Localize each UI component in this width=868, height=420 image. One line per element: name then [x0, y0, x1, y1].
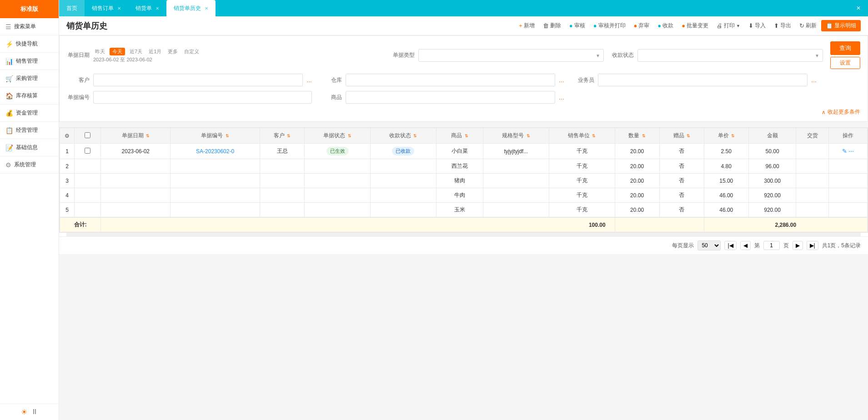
- sidebar-item-sys-mgmt[interactable]: ⚙ 系统管理: [0, 156, 59, 174]
- row-gift-cell: 否: [659, 174, 704, 188]
- print-button[interactable]: 🖨 打印 ▼: [713, 20, 744, 31]
- date-shortcuts: 昨天 今天 近7天 近1月 更多 自定义: [93, 48, 201, 55]
- ops-icon: 📋: [5, 127, 13, 134]
- sidebar-item-quick-nav[interactable]: ⚡ 快捷导航: [0, 35, 59, 53]
- gear-column-header[interactable]: ⚙: [60, 128, 75, 144]
- receipt-status-col-label: 收款状态: [389, 132, 411, 139]
- row-amount-cell: 300.00: [748, 174, 796, 188]
- doc-no-column-header[interactable]: 单据编号 ⇅: [171, 128, 260, 144]
- salesperson-ellipsis-icon[interactable]: ...: [811, 76, 817, 84]
- sidebar-item-sales-mgmt[interactable]: 📊 销售管理: [0, 53, 59, 70]
- doc-type-select[interactable]: [418, 49, 604, 62]
- qty-column-header[interactable]: 数量 ⇅: [615, 128, 659, 144]
- shortcut-custom[interactable]: 自定义: [182, 48, 201, 55]
- goods-input[interactable]: [346, 91, 555, 104]
- warehouse-ellipsis-icon[interactable]: ...: [559, 76, 564, 84]
- batch-change-icon: ●: [682, 22, 685, 29]
- warehouse-input[interactable]: [346, 74, 555, 86]
- salesperson-input[interactable]: [598, 74, 808, 86]
- amount-column-header[interactable]: 金额: [748, 128, 796, 144]
- tab-sales-order-close[interactable]: ✕: [117, 6, 121, 11]
- select-all-checkbox[interactable]: [85, 132, 90, 138]
- next-page-button[interactable]: ▶: [793, 241, 803, 250]
- row-doc-date-cell: 2023-06-02: [101, 144, 171, 159]
- page-input[interactable]: 1: [763, 241, 780, 250]
- delete-icon: 🗑: [543, 22, 549, 29]
- sidebar-item-ops[interactable]: 📋 经营管理: [0, 122, 59, 139]
- first-page-button[interactable]: |◀: [724, 241, 736, 250]
- audit-button[interactable]: ● 审核: [566, 20, 589, 31]
- sidebar-item-search-menu[interactable]: ☰ 搜索菜单: [0, 18, 59, 35]
- per-page-select[interactable]: 50 10 20 100: [697, 240, 721, 250]
- tab-bar-close-all[interactable]: ✕: [856, 5, 861, 11]
- receipt-status-column-header[interactable]: 收款状态 ⇅: [370, 128, 436, 144]
- new-button[interactable]: + 新增: [515, 20, 538, 31]
- goods-column-header[interactable]: 商品 ⇅: [436, 128, 483, 144]
- goods-ellipsis-icon[interactable]: ...: [559, 94, 564, 101]
- row-edit-icon[interactable]: ✎: [842, 148, 847, 155]
- collect-button[interactable]: ● 收款: [654, 20, 677, 31]
- sidebar-item-basic-info[interactable]: 📝 基础信息: [0, 139, 59, 156]
- shortcut-1month[interactable]: 近1月: [147, 48, 163, 55]
- pagination: 每页显示 50 10 20 100 |◀ ◀ 第 1 页 ▶ ▶| 共1页，5条…: [59, 236, 868, 254]
- audit-print-button[interactable]: ● 审核并打印: [590, 20, 629, 31]
- sidebar-bottom-icon1[interactable]: ☀: [21, 408, 27, 416]
- sidebar-item-label: 资金管理: [16, 109, 38, 117]
- customer-ellipsis-icon[interactable]: ...: [306, 76, 312, 84]
- delete-button[interactable]: 🗑 删除: [539, 20, 565, 31]
- sidebar-bottom-icon2[interactable]: ⏸: [31, 408, 38, 416]
- sidebar-item-finance[interactable]: 💰 资金管理: [0, 105, 59, 122]
- unit-price-column-header[interactable]: 单价 ⇅: [704, 128, 748, 144]
- row-goods-cell: 西兰花: [436, 159, 483, 174]
- gift-column-header[interactable]: 赠品 ⇅: [659, 128, 704, 144]
- tab-sales-order-label: 销售订单: [92, 5, 114, 12]
- row-more-icon[interactable]: ⋯: [848, 148, 854, 155]
- doc-date-label: 单据日期: [122, 132, 144, 139]
- customer-input[interactable]: [93, 74, 303, 86]
- row-goods-cell: 小白菜: [436, 144, 483, 159]
- tab-sales-goods-close[interactable]: ✕: [156, 6, 159, 11]
- table-row: 4 牛肉 千克 20.00 否 46.00 920.00: [60, 188, 868, 203]
- doc-date-column-header[interactable]: 单据日期 ⇅: [101, 128, 171, 144]
- prev-page-button[interactable]: ◀: [740, 241, 751, 250]
- row-amount-cell: 920.00: [748, 188, 796, 203]
- shortcut-7days[interactable]: 近7天: [128, 48, 144, 55]
- row-doc-date-cell: [101, 188, 171, 203]
- doc-status-column-header[interactable]: 单据状态 ⇅: [305, 128, 371, 144]
- shortcut-more[interactable]: 更多: [166, 48, 180, 55]
- collapse-button[interactable]: ∧ 收起更多条件: [822, 108, 860, 116]
- batch-change-button[interactable]: ● 批量变更: [678, 20, 712, 31]
- row-checkbox[interactable]: [85, 148, 90, 154]
- setting-button[interactable]: 设置: [830, 57, 860, 69]
- tab-bar: 首页 销售订单 ✕ 销货单 ✕ 销货单历史 ✕ ✕: [59, 0, 868, 16]
- show-detail-button[interactable]: 📋 显示明细: [821, 20, 861, 31]
- tab-sales-order[interactable]: 销售订单 ✕: [85, 0, 128, 16]
- query-button[interactable]: 查询: [830, 41, 860, 55]
- sidebar-item-purchase-mgmt[interactable]: 🛒 采购管理: [0, 70, 59, 87]
- tab-home[interactable]: 首页: [59, 0, 85, 16]
- goods-sort-icon: ⇅: [465, 134, 468, 138]
- last-page-button[interactable]: ▶|: [807, 241, 818, 250]
- doc-no-input[interactable]: [93, 91, 312, 104]
- shortcut-yesterday[interactable]: 昨天: [93, 48, 107, 55]
- import-button[interactable]: ⬇ 导入: [745, 20, 769, 31]
- doc-no-link[interactable]: SA-20230602-0: [196, 148, 234, 155]
- basic-info-icon: 📝: [5, 144, 13, 151]
- shortcut-today[interactable]: 今天: [110, 48, 125, 55]
- customer-column-header[interactable]: 客户 ⇅: [260, 128, 305, 144]
- sales-unit-column-header[interactable]: 销售单位 ⇅: [549, 128, 615, 144]
- export-button[interactable]: ⬆ 导出: [770, 20, 795, 31]
- abandon-button[interactable]: ● 弃审: [630, 20, 653, 31]
- tab-history-close[interactable]: ✕: [205, 6, 208, 11]
- row-qty-cell: 20.00: [615, 188, 659, 203]
- spec-column-header[interactable]: 规格型号 ⇅: [483, 128, 549, 144]
- unit-price-sort-icon: ⇅: [731, 134, 735, 138]
- sidebar-item-inventory[interactable]: 🏠 库存核算: [0, 87, 59, 105]
- receipt-status-select[interactable]: [637, 49, 823, 62]
- doc-date-sort-icon: ⇅: [146, 134, 150, 138]
- horizontal-scrollbar[interactable]: [66, 233, 861, 236]
- row-transaction-cell: [796, 159, 829, 174]
- tab-sales-goods-history[interactable]: 销货单历史 ✕: [166, 0, 216, 16]
- refresh-button[interactable]: ↻ 刷新: [796, 20, 820, 31]
- tab-sales-goods[interactable]: 销货单 ✕: [128, 0, 166, 16]
